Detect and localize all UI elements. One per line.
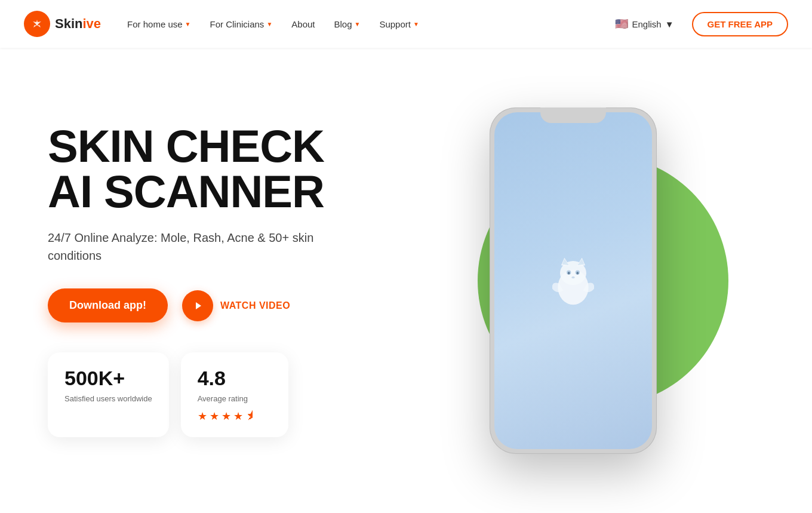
- flag-icon: 🇺🇸: [615, 17, 628, 30]
- hero-title-line1: SKIN CHECK: [48, 121, 324, 171]
- nav-label-home-use: For home use: [127, 19, 183, 29]
- star-2: ★: [210, 410, 219, 423]
- star-3: ★: [222, 410, 231, 423]
- nav-label-blog: Blog: [334, 19, 352, 29]
- language-label: English: [632, 19, 661, 29]
- hero-stats: 500K+ Satisfied users worldwide 4.8 Aver…: [48, 352, 406, 437]
- nav-item-home-use[interactable]: For home use ▼: [119, 14, 199, 34]
- hero-title-line2: AI SCANNER: [48, 166, 324, 217]
- get-free-app-button[interactable]: GET FREE APP: [692, 12, 788, 36]
- svg-point-14: [571, 276, 575, 278]
- nav-links: For home use ▼ For Clinicians ▼ About Bl…: [119, 14, 607, 34]
- navbar: Skinive For home use ▼ For Clinicians ▼ …: [0, 0, 812, 48]
- stat-card-rating: 4.8 Average rating ★ ★ ★ ★ ⯨: [181, 352, 288, 437]
- star-rating: ★ ★ ★ ★ ⯨: [198, 410, 272, 423]
- chevron-down-icon: ▼: [665, 19, 674, 29]
- hero-title: SKIN CHECK AI SCANNER: [48, 124, 406, 214]
- svg-point-13: [577, 271, 579, 274]
- watch-video-label: WATCH VIDEO: [220, 300, 290, 311]
- nav-item-about[interactable]: About: [283, 14, 323, 34]
- phone-mockup-container: [406, 102, 764, 460]
- star-1: ★: [198, 410, 207, 423]
- svg-point-12: [568, 271, 570, 274]
- star-half: ⯨: [245, 410, 256, 423]
- language-selector[interactable]: 🇺🇸 English ▼: [607, 13, 682, 35]
- phone-wrapper: [490, 107, 657, 454]
- stat-rating-label: Average rating: [198, 394, 272, 404]
- download-button[interactable]: Download app!: [48, 288, 168, 322]
- stat-users-number: 500K+: [64, 367, 152, 390]
- hero-actions: Download app! WATCH VIDEO: [48, 288, 406, 322]
- chevron-down-icon: ▼: [355, 21, 361, 27]
- phone-notch: [540, 107, 606, 123]
- logo-text: Skinive: [55, 16, 101, 32]
- svg-marker-3: [196, 302, 201, 309]
- hero-section: SKIN CHECK AI SCANNER 24/7 Online Analyz…: [0, 48, 812, 513]
- nav-item-clinicians[interactable]: For Clinicians ▼: [202, 14, 281, 34]
- chevron-down-icon: ▼: [266, 21, 272, 27]
- play-icon: [192, 300, 203, 311]
- stat-users-label: Satisfied users worldwide: [64, 394, 152, 404]
- phone-outer: [490, 107, 657, 454]
- nav-label-about: About: [291, 19, 315, 29]
- logo[interactable]: Skinive: [24, 11, 101, 37]
- chevron-down-icon: ▼: [185, 21, 191, 27]
- star-4: ★: [233, 410, 243, 423]
- nav-label-support: Support: [379, 19, 411, 29]
- phone-screen: [494, 112, 652, 449]
- watch-video-link[interactable]: WATCH VIDEO: [182, 290, 290, 321]
- nav-right: 🇺🇸 English ▼ GET FREE APP: [607, 12, 788, 36]
- nav-label-clinicians: For Clinicians: [210, 19, 264, 29]
- play-button[interactable]: [182, 290, 213, 321]
- nav-item-blog[interactable]: Blog ▼: [325, 14, 368, 34]
- stat-rating-number: 4.8: [198, 367, 272, 390]
- svg-point-2: [38, 24, 40, 26]
- hero-content: SKIN CHECK AI SCANNER 24/7 Online Analyz…: [48, 124, 406, 437]
- nav-item-support[interactable]: Support ▼: [371, 14, 427, 34]
- svg-point-1: [35, 24, 36, 26]
- stat-card-users: 500K+ Satisfied users worldwide: [48, 352, 169, 437]
- hero-subtitle: 24/7 Online Analyze: Mole, Rash, Acne & …: [48, 229, 346, 265]
- chevron-down-icon: ▼: [413, 21, 419, 27]
- logo-icon: [24, 11, 50, 37]
- app-logo-on-screen: [540, 248, 606, 314]
